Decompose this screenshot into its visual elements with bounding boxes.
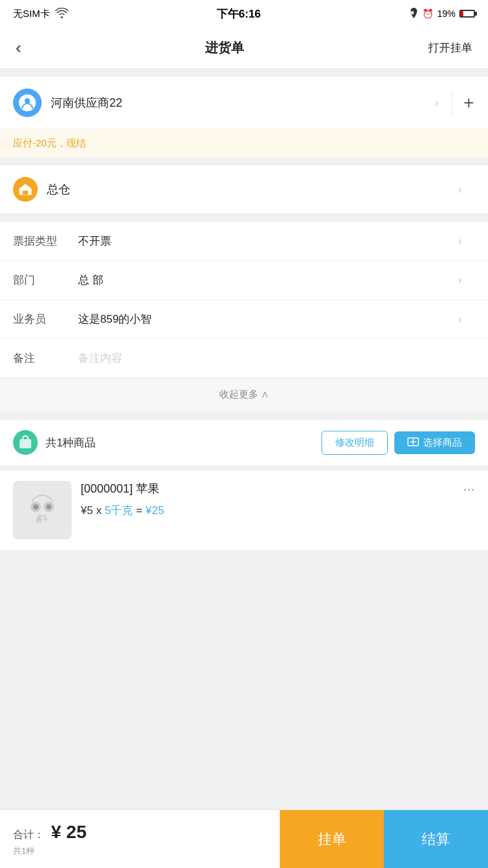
supplier-avatar-icon [19,94,36,111]
divider-1 [0,69,488,77]
sales-label: 业务员 [13,312,65,327]
nav-bar: ‹ 进货单 打开挂单 [0,27,488,69]
product-icon [13,430,38,455]
invoice-row[interactable]: 票据类型 不开票 › [0,221,488,260]
product-item: 兽十 [0000001] 苹果 ¥5 x 5千克 = ¥25 ··· [0,465,488,550]
warehouse-name: 总仓 [47,182,458,197]
carrier-label: 无SIM卡 [13,8,50,20]
notice-bar: 应付-20元，现结 [0,129,488,157]
add-supplier-button[interactable]: + [452,91,475,115]
total-count: 共1种 [13,845,267,857]
total-section: 合计： ¥ 25 共1种 [0,822,280,857]
status-left: 无SIM卡 [13,8,68,20]
dept-chevron: › [458,273,462,287]
select-product-button[interactable]: 选择商品 [394,431,475,454]
wifi-icon [55,8,68,20]
sales-chevron: › [458,312,462,326]
back-button[interactable]: ‹ [16,38,21,58]
owl-logo-icon: 兽十 [23,489,62,532]
alarm-icon: ⏰ [422,8,433,19]
battery-percent: 19% [437,8,455,19]
product-more-button[interactable]: ··· [458,481,475,498]
supplier-name: 河南供应商22 [51,95,435,111]
total-amount: ¥ 25 [51,822,87,842]
dept-row[interactable]: 部门 总 部 › [0,260,488,299]
battery-icon [459,10,475,18]
product-header: 共1种商品 修改明细 选择商品 [0,419,488,465]
product-thumbnail: 兽十 [13,481,72,539]
warehouse-chevron: › [458,183,462,197]
settle-button[interactable]: 结算 [384,810,488,869]
total-label: 合计： [13,829,44,840]
note-placeholder: 备注内容 [65,351,475,366]
status-time: 下午6:16 [217,7,261,21]
page-title: 进货单 [205,39,244,57]
dept-value: 总 部 [65,273,458,288]
supplier-chevron: › [435,96,439,110]
collapse-label: 收起更多 ∧ [219,388,269,400]
status-right: ⏰ 19% [409,8,475,20]
warehouse-card[interactable]: 总仓 › [0,165,488,213]
svg-rect-1 [23,191,28,195]
svg-rect-2 [20,439,31,448]
form-card: 票据类型 不开票 › 部门 总 部 › 业务员 这是859的小智 › 备注 备注… [0,221,488,377]
sales-row[interactable]: 业务员 这是859的小智 › [0,299,488,338]
invoice-label: 票据类型 [13,234,65,249]
supplier-card: 河南供应商22 › + 应付-20元，现结 [0,77,488,157]
svg-point-0 [25,98,30,103]
notice-text: 应付-20元，现结 [13,137,86,148]
supplier-avatar [13,88,42,117]
svg-point-6 [33,504,38,509]
invoice-value: 不开票 [65,234,458,249]
svg-text:兽十: 兽十 [36,515,49,522]
note-label: 备注 [13,351,65,366]
select-product-label: 选择商品 [423,437,462,449]
bottom-spacer [0,550,488,615]
divider-2 [0,157,488,165]
divider-3 [0,213,488,221]
invoice-chevron: › [458,234,462,248]
bottom-bar: 合计： ¥ 25 共1种 挂单 结算 [0,809,488,868]
edit-detail-button[interactable]: 修改明细 [321,431,388,455]
open-hang-button[interactable]: 打开挂单 [428,40,472,55]
sales-value: 这是859的小智 [65,312,458,327]
warehouse-row[interactable]: 总仓 › [0,165,488,213]
dept-label: 部门 [13,273,65,288]
divider-4 [0,411,488,419]
product-price: ¥5 x 5千克 = ¥25 [81,503,449,518]
warehouse-icon [13,177,38,202]
product-count: 共1种商品 [46,435,321,450]
collapse-bar[interactable]: 收起更多 ∧ [0,377,488,411]
status-bar: 无SIM卡 下午6:16 ⏰ 19% [0,0,488,27]
hang-button[interactable]: 挂单 [280,810,384,869]
location-icon [409,8,418,20]
product-info: [0000001] 苹果 ¥5 x 5千克 = ¥25 [81,481,449,518]
note-row[interactable]: 备注 备注内容 [0,338,488,377]
svg-point-7 [46,504,51,509]
product-name: [0000001] 苹果 [81,481,449,496]
supplier-row[interactable]: 河南供应商22 › + [0,77,488,129]
